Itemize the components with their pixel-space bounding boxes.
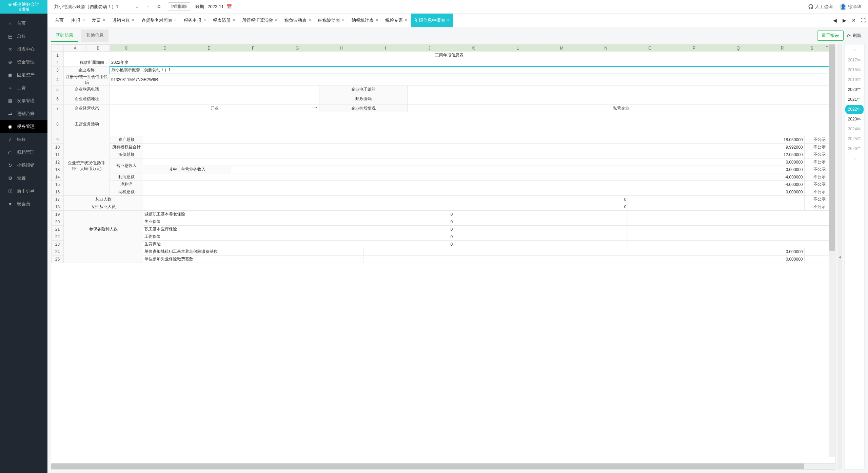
row-header[interactable]: 20 xyxy=(52,218,64,226)
tab[interactable]: 发票✕ xyxy=(88,14,109,27)
col-header[interactable]: P xyxy=(672,45,716,52)
horizontal-scrollbar[interactable] xyxy=(51,463,835,469)
col-header[interactable]: I xyxy=(363,45,408,52)
col-header[interactable]: M xyxy=(540,45,584,52)
tab[interactable]: 纳税统计表✕ xyxy=(348,14,382,27)
year-down-icon[interactable]: ⌄ xyxy=(851,154,858,162)
row-header[interactable]: 16 xyxy=(52,188,64,196)
row-header[interactable]: 1 xyxy=(52,52,64,59)
sidebar-item[interactable]: ◉税务管理 xyxy=(0,120,47,133)
enterprise-name-cell[interactable]: 刘小艳演示账套（勿删勿动！）1 xyxy=(110,67,835,74)
close-icon[interactable]: ✕ xyxy=(174,18,177,22)
sidebar-item[interactable]: ✓结账 xyxy=(0,133,47,146)
col-header[interactable]: S xyxy=(804,45,820,52)
close-icon[interactable]: ✕ xyxy=(308,18,311,22)
row-header[interactable]: 15 xyxy=(52,181,64,188)
col-header[interactable] xyxy=(52,45,64,52)
tab[interactable]: 进销台账✕ xyxy=(109,14,138,27)
tab[interactable]: 税务申报✕ xyxy=(180,14,210,27)
row-header[interactable]: 11 xyxy=(52,151,64,158)
row-header[interactable]: 23 xyxy=(52,241,64,248)
tab[interactable]: 税负波动表✕ xyxy=(281,14,315,27)
year-item[interactable]: 2024年 xyxy=(845,125,864,134)
tab-next-icon[interactable]: ▶ xyxy=(840,14,849,27)
row-header[interactable]: 13 xyxy=(52,166,64,173)
sidebar-item[interactable]: ▤总账 xyxy=(0,30,47,43)
year-item[interactable]: 2018年 xyxy=(845,65,864,75)
year-item[interactable]: 2019年 xyxy=(845,75,864,84)
switch-old-button[interactable]: 切到旧版 xyxy=(168,2,190,11)
tab[interactable]: 税表清册✕ xyxy=(210,14,239,27)
close-icon[interactable]: ✕ xyxy=(102,18,105,22)
consult-link[interactable]: 🎧人工咨询 xyxy=(808,4,833,10)
col-header[interactable]: L xyxy=(496,45,540,52)
year-item[interactable]: 2021年 xyxy=(845,95,864,104)
holding-select[interactable]: 私营企业 xyxy=(408,105,835,112)
row-header[interactable]: 2 xyxy=(52,59,64,67)
close-icon[interactable]: ✕ xyxy=(375,18,378,22)
tab[interactable]: 税检专家✕ xyxy=(382,14,411,27)
col-header[interactable]: F xyxy=(231,45,275,52)
close-icon[interactable]: ✕ xyxy=(342,18,345,22)
row-header[interactable]: 8 xyxy=(52,112,64,136)
gear-icon[interactable]: ⚙ xyxy=(157,4,161,9)
period-value[interactable]: 2023-11 xyxy=(208,4,224,9)
col-header[interactable]: D xyxy=(143,45,187,52)
sidebar-item[interactable]: ⇄进销台账 xyxy=(0,107,47,120)
account-name[interactable]: 刘小艳演示账套（勿删勿动！）1 xyxy=(54,4,118,10)
sidebar-item[interactable]: ➀新手引导 xyxy=(0,185,47,197)
col-header[interactable]: C xyxy=(110,45,143,52)
row-header[interactable]: 7 xyxy=(52,105,64,112)
calendar-icon[interactable]: 📅 xyxy=(226,4,232,9)
add-icon[interactable]: ＋ xyxy=(146,4,150,10)
row-header[interactable]: 4 xyxy=(52,74,64,86)
close-icon[interactable]: ✕ xyxy=(232,18,235,22)
tab[interactable]: 首页 xyxy=(52,14,67,27)
col-header[interactable]: A xyxy=(64,45,87,52)
row-header[interactable]: 18 xyxy=(52,203,64,211)
tab[interactable]: 年报信息申报表✕ xyxy=(411,14,453,27)
sidebar-item[interactable]: ⤧报表中心 xyxy=(0,43,47,56)
col-header[interactable]: N xyxy=(584,45,628,52)
col-header[interactable]: K xyxy=(452,45,496,52)
close-icon[interactable]: ✕ xyxy=(203,18,206,22)
sidebar-item[interactable]: ▣固定资产 xyxy=(0,69,47,81)
col-header[interactable]: O xyxy=(628,45,672,52)
year-item[interactable]: 2017年 xyxy=(845,56,864,65)
tab-close-icon[interactable]: ✕ xyxy=(849,14,859,27)
sidebar-item[interactable]: ↻小畅报销 xyxy=(0,159,47,172)
row-header[interactable]: 12 xyxy=(52,158,64,166)
tab-prev-icon[interactable]: ◀ xyxy=(830,14,840,27)
row-header[interactable]: 14 xyxy=(52,173,64,181)
year-item[interactable]: 2022年 xyxy=(845,105,864,114)
sidebar-item[interactable]: ≡工资 xyxy=(0,81,47,94)
year-item[interactable]: 2025年 xyxy=(845,134,864,144)
sidebar-item[interactable]: 🗀归档管理 xyxy=(0,146,47,159)
row-header[interactable]: 5 xyxy=(52,86,64,93)
chevron-down-icon[interactable]: ⌄ xyxy=(135,4,139,9)
row-header[interactable]: 3 xyxy=(52,67,64,74)
collapse-year-panel[interactable]: ◀ xyxy=(837,44,842,470)
row-header[interactable]: 22 xyxy=(52,233,64,241)
tab[interactable]: ¦申报✕ xyxy=(67,14,88,27)
year-item[interactable]: 2023年 xyxy=(845,115,864,124)
sheet-table[interactable]: ABCDEFGHIJKLMNOPQRST 1工商年报信息表 2税款所属期间：20… xyxy=(51,44,835,263)
year-item[interactable]: 2020年 xyxy=(845,85,864,94)
reset-button[interactable]: 重置报表 xyxy=(817,31,844,41)
col-header[interactable]: R xyxy=(760,45,804,52)
col-header[interactable]: H xyxy=(319,45,363,52)
sidebar-item[interactable]: ▦发票管理 xyxy=(0,94,47,107)
col-header[interactable]: Q xyxy=(716,45,760,52)
row-header[interactable]: 10 xyxy=(52,144,64,151)
close-icon[interactable]: ✕ xyxy=(82,18,85,22)
close-icon[interactable]: ✕ xyxy=(275,18,278,22)
refresh-button[interactable]: ⟳刷新 xyxy=(847,33,861,39)
vertical-scrollbar[interactable] xyxy=(829,44,835,457)
tab[interactable]: 纳税波动表✕ xyxy=(315,14,348,27)
sidebar-item[interactable]: ⊕资金管理 xyxy=(0,56,47,69)
row-header[interactable]: 19 xyxy=(52,211,64,218)
close-icon[interactable]: ✕ xyxy=(405,18,408,22)
row-header[interactable]: 25 xyxy=(52,256,64,263)
user-menu[interactable]: 👤徐泽华 xyxy=(840,3,861,10)
tab[interactable]: 存货别名对照表✕ xyxy=(138,14,180,27)
